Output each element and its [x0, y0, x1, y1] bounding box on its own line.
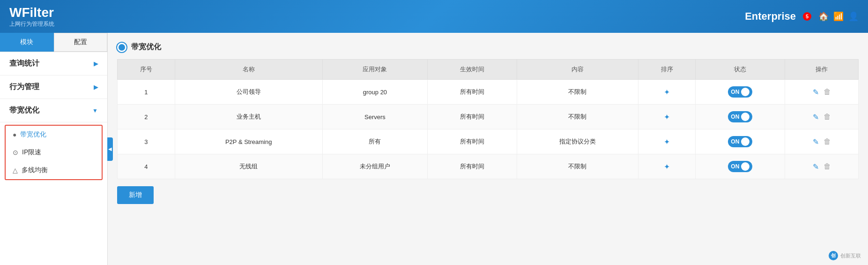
table-row: 3 P2P & Streaming 所有 所有时间 指定协议分类 ✦ ON ✎ …	[118, 129, 859, 154]
cell-name: 业务主机	[175, 105, 322, 129]
logo-subtitle: 上网行为管理系统	[9, 20, 54, 28]
table-row: 4 无线组 未分组用户 所有时间 不限制 ✦ ON ✎ 🗑	[118, 154, 859, 179]
cell-actions: ✎ 🗑	[785, 80, 859, 105]
edit-icon[interactable]: ✎	[813, 137, 819, 146]
submenu-label-multiline: 多线均衡	[22, 166, 48, 174]
main-content: 带宽优化 序号 名称 应用对象 生效时间 内容 排序 状态 操作 1 公司领导 …	[108, 33, 868, 265]
tab-module[interactable]: 模块	[0, 33, 54, 52]
col-header-status: 状态	[696, 60, 785, 80]
toggle-circle	[741, 113, 749, 121]
page-header-icon	[117, 43, 126, 52]
sort-icon[interactable]: ✦	[664, 113, 670, 121]
logo-area: WFilter 上网行为管理系统	[9, 5, 54, 28]
cell-time: 所有时间	[428, 105, 517, 129]
triangle-icon: △	[13, 167, 18, 174]
col-header-target: 应用对象	[322, 60, 428, 80]
cell-status[interactable]: ON	[696, 154, 785, 179]
cell-actions: ✎ 🗑	[785, 129, 859, 154]
cell-status[interactable]: ON	[696, 129, 785, 154]
sidebar: 模块 配置 查询统计 ▶ 行为管理 ▶ 带宽优化 ▼ ● 带宽优化 ⊙ IP限速	[0, 33, 108, 265]
submenu-item-bandwidth-optimize[interactable]: ● 带宽优化	[6, 126, 102, 144]
edit-icon[interactable]: ✎	[813, 162, 819, 171]
delete-icon[interactable]: 🗑	[823, 137, 831, 146]
main-layout: 模块 配置 查询统计 ▶ 行为管理 ▶ 带宽优化 ▼ ● 带宽优化 ⊙ IP限速	[0, 33, 868, 265]
cell-sort[interactable]: ✦	[638, 80, 696, 105]
tab-config[interactable]: 配置	[54, 33, 108, 52]
cell-name: P2P & Streaming	[175, 129, 322, 154]
action-icons-group: ✎ 🗑	[790, 137, 853, 146]
edit-icon[interactable]: ✎	[813, 113, 819, 121]
page-title: 带宽优化	[131, 42, 161, 52]
action-icons-group: ✎ 🗑	[790, 113, 853, 121]
delete-icon[interactable]: 🗑	[823, 88, 831, 96]
toggle-label: ON	[729, 138, 739, 145]
toggle-label: ON	[729, 163, 739, 170]
cell-actions: ✎ 🗑	[785, 105, 859, 129]
status-toggle[interactable]: ON	[728, 161, 752, 172]
sidebar-item-bandwidth[interactable]: 带宽优化 ▼	[0, 99, 107, 122]
cell-content: 不限制	[517, 80, 638, 105]
wifi-icon[interactable]: 📶	[833, 11, 844, 22]
submenu-item-ip-limit[interactable]: ⊙ IP限速	[6, 144, 102, 161]
cell-time: 所有时间	[428, 80, 517, 105]
footer-brand: 创 创新互联	[829, 251, 861, 260]
toggle-circle	[741, 137, 749, 146]
cell-target: 所有	[322, 129, 428, 154]
cell-sort[interactable]: ✦	[638, 154, 696, 179]
col-header-time: 生效时间	[428, 60, 517, 80]
toggle-circle	[741, 88, 749, 96]
cell-time: 所有时间	[428, 129, 517, 154]
sort-icon[interactable]: ✦	[664, 163, 670, 171]
status-toggle[interactable]: ON	[728, 86, 752, 98]
cell-sort[interactable]: ✦	[638, 105, 696, 129]
logo-title: WFilter	[9, 5, 54, 20]
brand-label: 创新互联	[840, 252, 861, 259]
cell-content: 不限制	[517, 154, 638, 179]
cell-time: 所有时间	[428, 154, 517, 179]
page-header: 带宽优化	[117, 42, 859, 52]
table-row: 1 公司领导 group 20 所有时间 不限制 ✦ ON ✎ 🗑	[118, 80, 859, 105]
sidebar-item-label-query-stats: 查询统计	[9, 59, 39, 68]
delete-icon[interactable]: 🗑	[823, 162, 831, 171]
header-right: Enterprise 5 🏠 📶 👤	[745, 10, 859, 23]
sidebar-item-behavior[interactable]: 行为管理 ▶	[0, 76, 107, 99]
home-icon[interactable]: 🏠	[818, 11, 829, 22]
chevron-down-icon: ▼	[92, 107, 98, 114]
toggle-label: ON	[729, 89, 739, 95]
edition-label: Enterprise	[745, 10, 796, 23]
cell-name: 无线组	[175, 154, 322, 179]
cell-actions: ✎ 🗑	[785, 154, 859, 179]
bandwidth-table: 序号 名称 应用对象 生效时间 内容 排序 状态 操作 1 公司领导 group…	[117, 59, 859, 179]
sort-icon[interactable]: ✦	[664, 88, 670, 96]
sidebar-tabs: 模块 配置	[0, 33, 107, 52]
action-icons-group: ✎ 🗑	[790, 162, 853, 171]
cell-index: 3	[118, 129, 175, 154]
cell-target: Servers	[322, 105, 428, 129]
sidebar-collapse-button[interactable]: ◀	[107, 137, 113, 161]
submenu-item-multiline[interactable]: △ 多线均衡	[6, 161, 102, 179]
circle-icon: ●	[13, 131, 16, 138]
status-toggle[interactable]: ON	[728, 111, 752, 122]
sidebar-item-query-stats[interactable]: 查询统计 ▶	[0, 52, 107, 76]
cell-index: 4	[118, 154, 175, 179]
app-header: WFilter 上网行为管理系统 Enterprise 5 🏠 📶 👤	[0, 0, 868, 33]
status-toggle[interactable]: ON	[728, 136, 752, 147]
add-button[interactable]: 新增	[117, 186, 154, 204]
submenu-label-ip-limit: IP限速	[22, 148, 41, 157]
delete-icon[interactable]: 🗑	[823, 113, 831, 121]
cell-target: group 20	[322, 80, 428, 105]
cell-status[interactable]: ON	[696, 80, 785, 105]
submenu-label-bandwidth-optimize: 带宽优化	[20, 130, 46, 139]
sidebar-item-label-bandwidth: 带宽优化	[9, 106, 39, 115]
cell-sort[interactable]: ✦	[638, 129, 696, 154]
sort-icon[interactable]: ✦	[664, 138, 670, 146]
header-icons-group: 🏠 📶 👤	[818, 11, 859, 22]
cell-status[interactable]: ON	[696, 105, 785, 129]
toggle-circle	[741, 162, 749, 171]
edit-icon[interactable]: ✎	[813, 88, 819, 97]
cell-index: 2	[118, 105, 175, 129]
cell-content: 不限制	[517, 105, 638, 129]
notification-badge[interactable]: 5	[803, 12, 811, 21]
user-icon[interactable]: 👤	[848, 11, 859, 22]
table-row: 2 业务主机 Servers 所有时间 不限制 ✦ ON ✎ 🗑	[118, 105, 859, 129]
